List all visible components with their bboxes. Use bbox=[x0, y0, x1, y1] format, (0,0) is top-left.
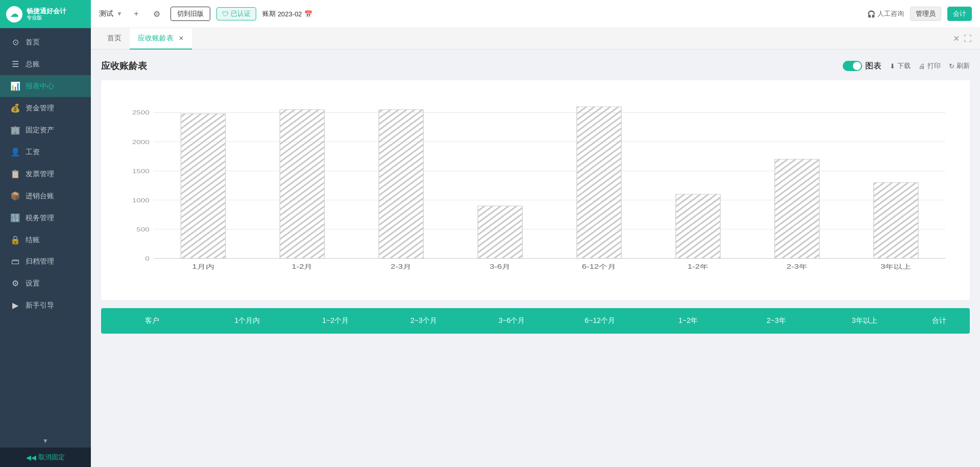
svg-rect-22 bbox=[280, 110, 324, 259]
table-header-2: 1~2个月 bbox=[291, 308, 380, 334]
shield-icon: 🛡 bbox=[222, 10, 229, 18]
topbar-right: 🎧 人工咨询 管理员 会计 bbox=[867, 7, 972, 21]
sidebar-item-closing[interactable]: 🔒结账 bbox=[0, 229, 91, 251]
svg-text:2-3月: 2-3月 bbox=[390, 263, 411, 270]
nav-icon-archive: 🗃 bbox=[10, 257, 20, 266]
tabbar-expand-icon[interactable]: ⛶ bbox=[964, 34, 972, 43]
sidebar-item-assets[interactable]: 🏢固定资产 bbox=[0, 119, 91, 141]
logo-line2: 专业版 bbox=[27, 15, 66, 21]
nav-label-funds: 资金管理 bbox=[26, 104, 54, 113]
nav-label-assets: 固定资产 bbox=[26, 126, 54, 135]
svg-rect-20 bbox=[181, 114, 225, 259]
table-header-4: 3~6个月 bbox=[468, 308, 556, 334]
nav-label-tax: 税务管理 bbox=[26, 214, 54, 223]
print-icon: 🖨 bbox=[919, 62, 925, 70]
sidebar-item-tax[interactable]: 🔢税务管理 bbox=[0, 207, 91, 229]
bar-chart: 050010001500200025001月内1-2月2-3月3-6月6-12个… bbox=[111, 90, 960, 285]
tab-ar-aging[interactable]: 应收账龄表✕ bbox=[130, 28, 192, 50]
accountant-button[interactable]: 会计 bbox=[947, 7, 972, 21]
download-button[interactable]: ⬇ 下载 bbox=[890, 61, 911, 71]
svg-rect-32 bbox=[775, 159, 819, 259]
nav-label-wages: 工资 bbox=[26, 148, 40, 157]
page-toolbar: 图表 ⬇ 下载 🖨 打印 ↻ 刷新 bbox=[843, 61, 970, 72]
tabbar-right: ✕ ⛶ bbox=[953, 34, 972, 43]
svg-text:2500: 2500 bbox=[132, 109, 150, 116]
sidebar-item-settings[interactable]: ⚙设置 bbox=[0, 272, 91, 294]
page-title: 应收账龄表 bbox=[101, 60, 147, 72]
table-header-9: 合计 bbox=[909, 308, 970, 334]
svg-text:1-2年: 1-2年 bbox=[688, 263, 708, 270]
settings-button[interactable]: ⚙ bbox=[149, 6, 164, 21]
svg-text:3年以上: 3年以上 bbox=[880, 263, 911, 270]
refresh-icon: ↻ bbox=[949, 62, 954, 70]
table-header-6: 1~2年 bbox=[644, 308, 732, 334]
chart-container: 050010001500200025001月内1-2月2-3月3-6月6-12个… bbox=[111, 90, 960, 285]
dropdown-arrow-icon: ▼ bbox=[116, 10, 122, 17]
cancel-fixed-icon: ◀◀ bbox=[26, 454, 36, 461]
tab-label-home: 首页 bbox=[107, 34, 121, 43]
table-header-3: 2~3个月 bbox=[380, 308, 468, 334]
refresh-button[interactable]: ↻ 刷新 bbox=[949, 61, 970, 71]
svg-text:3-6月: 3-6月 bbox=[489, 263, 510, 270]
settings-icon: ⚙ bbox=[153, 9, 160, 19]
nav-label-purchase: 进销台账 bbox=[26, 192, 54, 201]
nav-icon-closing: 🔒 bbox=[10, 235, 20, 245]
sidebar-item-home[interactable]: ⊙首页 bbox=[0, 31, 91, 53]
sidebar-item-ledger[interactable]: ☰总账 bbox=[0, 53, 91, 75]
table-header-8: 3年以上 bbox=[820, 308, 909, 334]
add-button[interactable]: + bbox=[129, 6, 144, 21]
period-display: 账期 2023-02 📅 bbox=[262, 9, 312, 18]
sidebar-item-purchase[interactable]: 📦进销台账 bbox=[0, 185, 91, 207]
nav-label-invoice: 发票管理 bbox=[26, 170, 54, 179]
tabbar: 首页应收账龄表✕ ✕ ⛶ bbox=[91, 28, 980, 50]
nav-icon-reports: 📊 bbox=[10, 81, 20, 91]
nav-icon-newbie: ▶ bbox=[10, 300, 20, 310]
tab-close-ar-aging[interactable]: ✕ bbox=[179, 35, 184, 42]
table-header-0: 客户 bbox=[101, 308, 203, 334]
page-content: 应收账龄表 图表 ⬇ 下载 🖨 打印 ↻ 刷新 bbox=[91, 50, 980, 467]
nav-label-home: 首页 bbox=[26, 38, 40, 47]
sidebar-item-invoice[interactable]: 📋发票管理 bbox=[0, 163, 91, 185]
table-card: 客户1个月内1~2个月2~3个月3~6个月6~12个月1~2年2~3年3年以上合… bbox=[101, 308, 970, 334]
sidebar-item-newbie[interactable]: ▶新手引导 bbox=[0, 294, 91, 316]
calendar-icon[interactable]: 📅 bbox=[304, 10, 312, 18]
nav-icon-wages: 👤 bbox=[10, 147, 20, 157]
project-selector[interactable]: 测试 ▼ bbox=[99, 9, 122, 18]
nav-icon-settings: ⚙ bbox=[10, 278, 20, 288]
cancel-fixed-button[interactable]: ◀◀ 取消固定 bbox=[0, 448, 91, 467]
nav-label-closing: 结账 bbox=[26, 236, 40, 245]
nav-label-reports: 报表中心 bbox=[26, 82, 54, 91]
svg-text:1500: 1500 bbox=[132, 168, 150, 174]
sidebar-item-funds[interactable]: 💰资金管理 bbox=[0, 97, 91, 119]
print-button[interactable]: 🖨 打印 bbox=[919, 61, 941, 71]
chart-card: 050010001500200025001月内1-2月2-3月3-6月6-12个… bbox=[101, 80, 970, 300]
topbar: 测试 ▼ + ⚙ 切到旧版 🛡 已认证 账期 2023-02 📅 🎧 人工咨询 bbox=[91, 0, 980, 28]
tabbar-close-icon[interactable]: ✕ bbox=[953, 34, 960, 43]
consult-button[interactable]: 🎧 人工咨询 bbox=[867, 9, 904, 18]
main-area: 测试 ▼ + ⚙ 切到旧版 🛡 已认证 账期 2023-02 📅 🎧 人工咨询 bbox=[91, 0, 980, 467]
nav-label-archive: 归档管理 bbox=[26, 257, 54, 266]
nav-icon-home: ⊙ bbox=[10, 37, 20, 47]
svg-text:1000: 1000 bbox=[132, 197, 150, 204]
verified-badge: 🛡 已认证 bbox=[216, 7, 256, 20]
svg-text:2-3年: 2-3年 bbox=[787, 263, 807, 270]
sidebar: ☁ 畅捷通好会计 专业版 ⊙首页☰总账📊报表中心💰资金管理🏢固定资产👤工资📋发票… bbox=[0, 0, 91, 467]
tab-home[interactable]: 首页 bbox=[99, 28, 130, 50]
chart-toggle[interactable] bbox=[843, 61, 862, 71]
svg-rect-34 bbox=[874, 182, 918, 258]
sidebar-scroll-down[interactable]: ▼ bbox=[0, 434, 91, 448]
topbar-actions: + ⚙ bbox=[129, 6, 164, 21]
svg-rect-28 bbox=[577, 107, 621, 259]
logo-icon: ☁ bbox=[6, 6, 22, 22]
nav-icon-purchase: 📦 bbox=[10, 191, 20, 201]
nav-icon-ledger: ☰ bbox=[10, 59, 20, 69]
sidebar-item-archive[interactable]: 🗃归档管理 bbox=[0, 251, 91, 272]
svg-text:0: 0 bbox=[145, 255, 149, 262]
old-version-button[interactable]: 切到旧版 bbox=[170, 7, 210, 21]
table-header: 客户1个月内1~2个月2~3个月3~6个月6~12个月1~2年2~3年3年以上合… bbox=[101, 308, 970, 334]
sidebar-item-wages[interactable]: 👤工资 bbox=[0, 141, 91, 163]
svg-text:1-2月: 1-2月 bbox=[291, 263, 312, 270]
sidebar-item-reports[interactable]: 📊报表中心 bbox=[0, 75, 91, 97]
nav-icon-assets: 🏢 bbox=[10, 125, 20, 135]
manager-button[interactable]: 管理员 bbox=[910, 7, 941, 21]
